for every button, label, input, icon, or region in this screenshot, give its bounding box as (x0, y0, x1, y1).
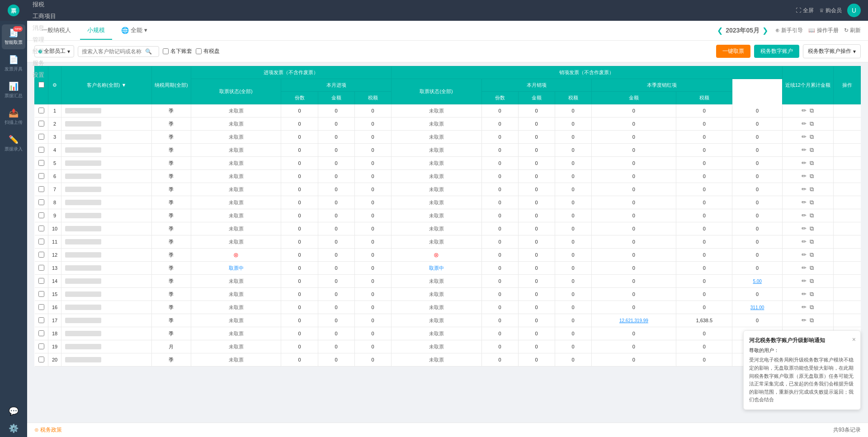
row-checkbox[interactable] (38, 239, 44, 244)
copy-icon[interactable]: ⧉ (810, 264, 814, 271)
row-checkbox[interactable] (38, 121, 44, 127)
row-checkbox[interactable] (38, 212, 44, 218)
sidebar-item-invoice-open[interactable]: 📄 发票开具 (2, 51, 25, 76)
copy-icon[interactable]: ⧉ (810, 238, 814, 245)
edit-icon[interactable]: ✏ (802, 199, 807, 206)
edit-icon[interactable]: ✏ (802, 120, 807, 127)
td-out-count: 0 (481, 209, 518, 222)
edit-icon[interactable]: ✏ (802, 107, 807, 114)
row-checkbox[interactable] (38, 291, 44, 297)
notification-close-btn[interactable]: × (852, 334, 856, 344)
fullscreen-btn[interactable]: ⛶ 全屏 (796, 7, 813, 14)
row-checkbox[interactable] (38, 357, 44, 362)
scan-upload-icon: 📤 (9, 108, 19, 118)
edit-icon[interactable]: ✏ (802, 173, 807, 179)
search-icon[interactable]: 🔍 (145, 48, 152, 55)
checkbox-tax-disk[interactable]: 有税盘 (196, 47, 220, 55)
edit-icon[interactable]: ✏ (802, 186, 807, 193)
config-icon[interactable]: ⚙ (52, 82, 57, 88)
search-input[interactable] (82, 48, 145, 55)
tab-small-scale[interactable]: 小规模 (80, 22, 112, 40)
refresh-btn[interactable]: ↻ 刷新 (844, 27, 861, 34)
nav-item-工商项目[interactable]: 工商项目 (27, 10, 61, 22)
edit-icon[interactable]: ✏ (802, 291, 807, 297)
row-checkbox[interactable] (38, 226, 44, 231)
manual-btn[interactable]: 📖 操作手册 (808, 27, 838, 34)
period-next-btn[interactable]: ❯ (762, 26, 768, 35)
row-checkbox[interactable] (38, 317, 44, 323)
copy-icon[interactable]: ⧉ (810, 251, 814, 258)
copy-icon[interactable]: ⧉ (810, 291, 814, 297)
row-checkbox[interactable] (38, 108, 44, 113)
row-checkbox[interactable] (38, 265, 44, 271)
row-checkbox[interactable] (38, 199, 44, 205)
copy-icon[interactable]: ⧉ (810, 146, 814, 153)
copy-icon[interactable]: ⧉ (810, 160, 814, 166)
edit-icon[interactable]: ✏ (802, 146, 807, 153)
copy-icon[interactable]: ⧉ (810, 133, 814, 140)
checkbox-sub-ledger[interactable]: 名下账套 (163, 47, 192, 55)
td-in-count: 0 (281, 222, 318, 235)
cumulative-link[interactable]: 311.00 (750, 305, 764, 310)
nav-item-设置[interactable]: 设置 (27, 69, 61, 81)
nav-item-报税[interactable]: 报税 (27, 0, 61, 10)
row-checkbox[interactable] (38, 134, 44, 140)
row-checkbox[interactable] (38, 147, 44, 153)
period-prev-btn[interactable]: ❮ (717, 26, 723, 35)
new-guide-btn[interactable]: ⊕ 新手引导 (775, 27, 803, 34)
nav-item-消息[interactable]: 消息 (27, 22, 61, 34)
copy-icon[interactable]: ⧉ (810, 186, 814, 193)
copy-icon[interactable]: ⧉ (810, 199, 814, 206)
row-checkbox[interactable] (38, 304, 44, 310)
row-checkbox[interactable] (38, 252, 44, 258)
sidebar-item-scan-upload[interactable]: 📤 扫描上传 (2, 104, 25, 129)
select-all-checkbox[interactable] (38, 82, 44, 88)
nav-item-经营[interactable]: 经营 (27, 46, 61, 57)
edit-icon[interactable]: ✏ (802, 317, 807, 324)
sub-ledger-checkbox[interactable] (163, 48, 169, 54)
edit-icon[interactable]: ✏ (802, 225, 807, 232)
edit-icon[interactable]: ✏ (802, 277, 807, 284)
edit-icon[interactable]: ✏ (802, 251, 807, 258)
tax-digital-op-btn[interactable]: 税务数字账户操作 ▾ (803, 44, 861, 58)
nav-item-服务[interactable]: 服务 (27, 57, 61, 69)
copy-icon[interactable]: ⧉ (810, 304, 814, 310)
copy-icon[interactable]: ⧉ (810, 173, 814, 179)
edit-icon[interactable]: ✏ (802, 133, 807, 140)
copy-icon[interactable]: ⧉ (810, 120, 814, 127)
cumulative-link[interactable]: 5.00 (753, 279, 761, 284)
tax-digital-btn[interactable]: 税务数字账户 (754, 45, 799, 58)
copy-icon[interactable]: ⧉ (810, 107, 814, 114)
row-checkbox[interactable] (38, 160, 44, 166)
td-cumulative: 0 (732, 170, 782, 183)
row-checkbox[interactable] (38, 330, 44, 336)
row-checkbox[interactable] (38, 173, 44, 179)
row-checkbox[interactable] (38, 343, 44, 349)
row-checkbox[interactable] (38, 186, 44, 192)
sidebar-item-settings[interactable]: ⚙️ (2, 420, 25, 437)
sidebar-item-message[interactable]: 💬 (2, 403, 25, 420)
tab-all[interactable]: 🌐 全能 ▾ (114, 22, 155, 40)
avatar[interactable]: U (847, 4, 861, 17)
copy-icon[interactable]: ⧉ (810, 277, 814, 284)
td-in-count: 0 (281, 288, 318, 301)
sidebar-item-smart-fetch[interactable]: 🧾 智能取票 new (2, 24, 25, 49)
tax-disk-checkbox[interactable] (196, 48, 202, 54)
edit-icon[interactable]: ✏ (802, 212, 807, 219)
row-checkbox[interactable] (38, 278, 44, 284)
vip-btn[interactable]: ♕ 购会员 (819, 7, 842, 14)
edit-icon[interactable]: ✏ (802, 238, 807, 245)
red-amount-link[interactable]: 12,621,319.99 (619, 318, 648, 323)
edit-icon[interactable]: ✏ (802, 160, 807, 166)
table-row: 13 季取票中000取票中000000 ✏ ⧉ (35, 262, 861, 275)
edit-icon[interactable]: ✏ (802, 264, 807, 271)
copy-icon[interactable]: ⧉ (810, 212, 814, 219)
one-key-fetch-btn[interactable]: 一键取票 (716, 45, 750, 58)
copy-icon[interactable]: ⧉ (810, 225, 814, 232)
sidebar-item-invoice-summary[interactable]: 📊 票据汇总 (2, 78, 25, 103)
tax-policy-link[interactable]: ⊙ 税务政策 (34, 426, 62, 434)
edit-icon[interactable]: ✏ (802, 304, 807, 310)
copy-icon[interactable]: ⧉ (810, 317, 814, 324)
sidebar-item-invoice-entry[interactable]: ✏️ 票据录入 (2, 131, 25, 156)
nav-item-管理[interactable]: 管理 (27, 34, 61, 46)
